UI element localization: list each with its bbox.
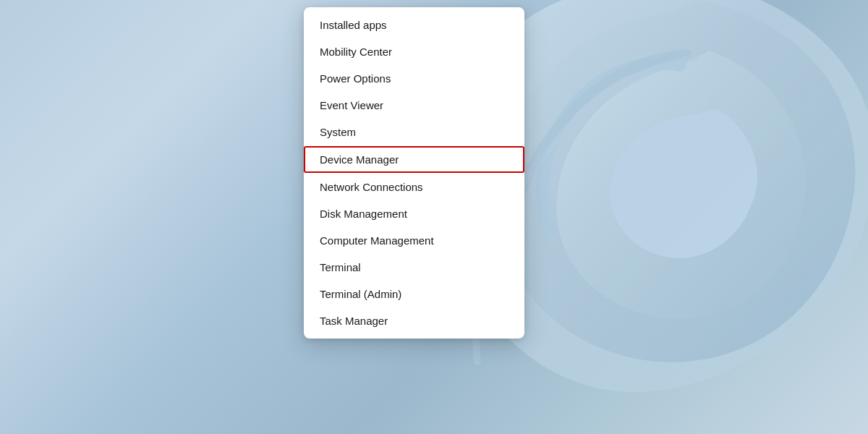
menu-item-device-manager[interactable]: Device Manager: [304, 146, 524, 173]
menu-item-mobility-center[interactable]: Mobility Center: [304, 38, 524, 65]
menu-item-disk-management[interactable]: Disk Management: [304, 200, 524, 227]
menu-item-system[interactable]: System: [304, 119, 524, 145]
menu-item-power-options[interactable]: Power Options: [304, 65, 524, 92]
menu-item-installed-apps[interactable]: Installed apps: [304, 12, 524, 38]
menu-item-computer-management[interactable]: Computer Management: [304, 227, 524, 254]
menu-item-event-viewer[interactable]: Event Viewer: [304, 92, 524, 119]
menu-item-network-connections[interactable]: Network Connections: [304, 174, 524, 200]
menu-item-task-manager[interactable]: Task Manager: [304, 307, 524, 334]
menu-item-terminal-admin[interactable]: Terminal (Admin): [304, 281, 524, 307]
menu-item-terminal[interactable]: Terminal: [304, 254, 524, 281]
context-menu: Installed appsMobility CenterPower Optio…: [304, 7, 524, 339]
